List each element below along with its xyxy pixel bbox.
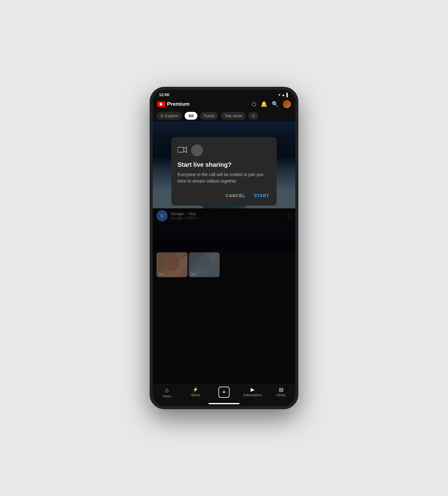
- video-camera-icon: [178, 146, 187, 155]
- nav-subscriptions-label: Subscriptions: [243, 393, 262, 397]
- home-indicator-area: [153, 402, 295, 406]
- dialog-overlay: Start live sharing? Everyone in the call…: [153, 122, 295, 384]
- chip-talkshow[interactable]: Talk show: [221, 112, 246, 120]
- chip-travel-label: Travel: [204, 113, 215, 118]
- cast-icon[interactable]: ⬡: [252, 101, 256, 107]
- nav-home[interactable]: ⌂ Home: [153, 387, 181, 398]
- phone-screen: 12:00 ▾ ▲ ▌ Premium ⬡ 🔔 🔍 ⊙: [153, 90, 295, 406]
- signal-icon: ▲: [282, 93, 285, 97]
- dialog-icons: [178, 144, 270, 156]
- content-area: G Google – Year Google • 237M v ⋮ 🎤 You: [153, 122, 295, 384]
- top-bar: Premium ⬡ 🔔 🔍: [153, 98, 295, 110]
- chip-s[interactable]: S: [248, 112, 258, 120]
- library-icon: ▤: [279, 387, 283, 392]
- explore-icon: ⊙: [160, 113, 164, 118]
- svg-rect-0: [178, 147, 184, 152]
- svg-marker-1: [184, 147, 187, 153]
- dialog-actions: CANCEL START: [178, 191, 270, 201]
- nav-subscriptions[interactable]: ▶ Subscriptions: [238, 387, 267, 398]
- app-name: Premium: [167, 101, 190, 107]
- subscriptions-icon: ▶: [251, 387, 254, 392]
- chip-talkshow-label: Talk show: [224, 113, 242, 118]
- status-icons: ▾ ▲ ▌: [279, 93, 289, 97]
- chip-s-label: S: [252, 113, 255, 118]
- status-bar: 12:00 ▾ ▲ ▌: [153, 90, 295, 98]
- dialog-body: Everyone in the call will be invited to …: [178, 171, 270, 184]
- phone-frame: 12:00 ▾ ▲ ▌ Premium ⬡ 🔔 🔍 ⊙: [150, 87, 298, 409]
- top-bar-icons: ⬡ 🔔 🔍: [252, 100, 291, 108]
- avatar[interactable]: [283, 100, 291, 108]
- nav-library-label: Library: [276, 393, 286, 397]
- battery-icon: ▌: [286, 93, 289, 97]
- bell-icon[interactable]: 🔔: [261, 101, 267, 108]
- search-icon[interactable]: 🔍: [272, 101, 279, 108]
- chip-all[interactable]: All: [185, 112, 197, 120]
- status-time: 12:00: [159, 92, 169, 97]
- create-icon: +: [218, 387, 230, 398]
- filter-chips: ⊙ Explore All Travel Talk show S: [153, 110, 295, 122]
- chip-explore-label: Explore: [165, 113, 178, 118]
- youtube-logo-icon: [157, 101, 165, 107]
- cancel-button[interactable]: CANCEL: [224, 191, 246, 201]
- nav-create[interactable]: +: [210, 387, 238, 398]
- start-button[interactable]: START: [253, 191, 270, 201]
- shorts-icon: ⚡: [192, 387, 199, 392]
- bottom-nav: ⌂ Home ⚡ Shorts + ▶ Subscriptions ▤ Libr…: [153, 384, 295, 402]
- live-sharing-dialog: Start live sharing? Everyone in the call…: [171, 137, 277, 206]
- home-icon: ⌂: [165, 387, 169, 394]
- home-indicator: [209, 403, 239, 404]
- logo-area: Premium: [157, 101, 190, 107]
- wifi-icon: ▾: [279, 93, 280, 97]
- dialog-title: Start live sharing?: [178, 161, 270, 168]
- chip-all-label: All: [188, 113, 194, 118]
- nav-shorts-label: Shorts: [191, 393, 200, 397]
- nav-library[interactable]: ▤ Library: [267, 387, 295, 398]
- chip-explore[interactable]: ⊙ Explore: [156, 112, 182, 120]
- user-avatar-circle: [191, 144, 203, 156]
- chip-travel[interactable]: Travel: [200, 112, 218, 120]
- nav-shorts[interactable]: ⚡ Shorts: [181, 387, 210, 398]
- nav-home-label: Home: [163, 395, 171, 398]
